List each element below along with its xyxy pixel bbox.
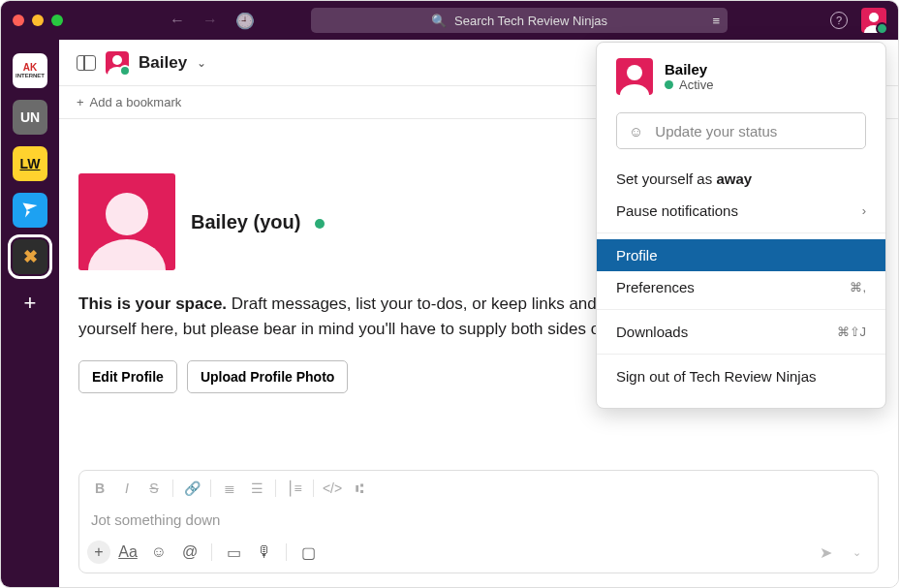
emoji-icon[interactable]: ☺ bbox=[145, 540, 172, 565]
set-away-item[interactable]: Set yourself as away bbox=[597, 163, 885, 195]
edit-profile-button[interactable]: Edit Profile bbox=[78, 360, 177, 393]
profile-avatar bbox=[78, 173, 175, 270]
code-icon[interactable]: </> bbox=[320, 477, 345, 500]
status-placeholder: Update your status bbox=[655, 123, 777, 139]
upload-photo-button[interactable]: Upload Profile Photo bbox=[187, 360, 348, 393]
history-nav: ← → 🕘 bbox=[170, 12, 255, 30]
channel-title[interactable]: Bailey bbox=[139, 53, 187, 73]
formatting-toggle-icon[interactable]: Aa bbox=[114, 540, 141, 565]
downloads-item[interactable]: Downloads ⌘⇧J bbox=[597, 316, 885, 348]
channel-avatar-icon bbox=[106, 51, 129, 75]
emoji-icon: ☺ bbox=[629, 123, 643, 139]
top-bar: ← → 🕘 🔍 Search Tech Review Ninjas ≡ ? bbox=[1, 1, 898, 40]
strike-icon[interactable]: S bbox=[141, 477, 167, 500]
audio-icon[interactable]: 🎙 bbox=[251, 540, 278, 565]
downloads-shortcut: ⌘⇧J bbox=[837, 325, 867, 339]
close-window-icon[interactable] bbox=[13, 15, 24, 26]
chevron-right-icon: › bbox=[862, 203, 866, 218]
link-icon[interactable]: 🔗 bbox=[179, 477, 204, 500]
chevron-down-icon[interactable]: ⌄ bbox=[197, 56, 206, 70]
user-avatar-button[interactable] bbox=[861, 8, 886, 33]
mention-icon[interactable]: @ bbox=[176, 540, 203, 565]
bullet-list-icon[interactable]: ☰ bbox=[244, 477, 269, 500]
video-icon[interactable]: ▭ bbox=[220, 540, 247, 565]
shortcuts-icon[interactable]: ▢ bbox=[294, 540, 322, 565]
workspace-item[interactable] bbox=[13, 193, 47, 228]
workspace-item[interactable]: LW bbox=[13, 146, 47, 181]
presence-dot-icon bbox=[315, 219, 325, 229]
help-icon[interactable]: ? bbox=[830, 12, 848, 29]
status-input[interactable]: ☺ Update your status bbox=[616, 112, 866, 149]
search-input[interactable]: 🔍 Search Tech Review Ninjas ≡ bbox=[311, 8, 728, 33]
send-icon[interactable]: ➤ bbox=[812, 540, 839, 565]
format-toolbar: B I S 🔗 ≣ ☰ ⎮≡ </> ⑆ bbox=[79, 471, 878, 506]
window-controls bbox=[13, 15, 63, 26]
sign-out-item[interactable]: Sign out of Tech Review Ninjas bbox=[597, 360, 885, 392]
workspace-item-active[interactable]: ✖ bbox=[13, 239, 47, 274]
profile-item[interactable]: Profile bbox=[597, 239, 885, 271]
message-composer: B I S 🔗 ≣ ☰ ⎮≡ </> ⑆ Jot something down bbox=[78, 470, 879, 573]
ordered-list-icon[interactable]: ≣ bbox=[217, 477, 242, 500]
attach-plus-icon[interactable]: + bbox=[87, 541, 110, 564]
menu-avatar-icon bbox=[616, 58, 653, 95]
filter-icon[interactable]: ≡ bbox=[712, 14, 720, 28]
menu-user-name: Bailey bbox=[665, 61, 713, 77]
workspace-rail: AKINTERNET UN LW ✖ + bbox=[1, 40, 59, 587]
hero-name: Bailey (you) bbox=[191, 211, 300, 232]
user-menu: Bailey Active ☺ Update your status Set y… bbox=[596, 42, 886, 409]
composer-input[interactable]: Jot something down bbox=[79, 506, 878, 536]
svg-point-1 bbox=[112, 55, 122, 65]
forward-icon[interactable]: → bbox=[202, 12, 218, 29]
hero-blurb-bold: This is your space. bbox=[78, 294, 227, 313]
add-workspace-button[interactable]: + bbox=[13, 286, 47, 321]
history-icon[interactable]: 🕘 bbox=[235, 12, 255, 30]
preferences-shortcut: ⌘, bbox=[850, 280, 866, 294]
minimize-window-icon[interactable] bbox=[32, 15, 44, 26]
bold-icon[interactable]: B bbox=[87, 477, 112, 500]
composer-actions: + Aa ☺ @ ▭ 🎙 ▢ ➤ ⌄ bbox=[79, 536, 878, 573]
blockquote-icon[interactable]: ⎮≡ bbox=[282, 477, 307, 500]
bookmark-label: Add a bookmark bbox=[90, 95, 182, 109]
pause-notifications-item[interactable]: Pause notifications › bbox=[597, 195, 885, 227]
search-icon: 🔍 bbox=[431, 14, 447, 28]
codeblock-icon[interactable]: ⑆ bbox=[347, 477, 372, 500]
plus-icon: + bbox=[77, 95, 84, 109]
search-placeholder: Search Tech Review Ninjas bbox=[454, 14, 607, 28]
preferences-item[interactable]: Preferences ⌘, bbox=[597, 271, 885, 303]
italic-icon[interactable]: I bbox=[114, 477, 140, 500]
svg-point-2 bbox=[106, 193, 148, 235]
back-icon[interactable]: ← bbox=[170, 12, 185, 29]
workspace-item[interactable]: UN bbox=[13, 100, 47, 135]
svg-point-3 bbox=[627, 65, 642, 80]
workspace-item[interactable]: AKINTERNET bbox=[13, 53, 47, 88]
send-options-icon[interactable]: ⌄ bbox=[843, 540, 870, 565]
menu-presence: Active bbox=[665, 77, 713, 92]
maximize-window-icon[interactable] bbox=[51, 15, 63, 26]
svg-point-0 bbox=[869, 13, 879, 22]
split-view-icon[interactable] bbox=[77, 55, 96, 71]
